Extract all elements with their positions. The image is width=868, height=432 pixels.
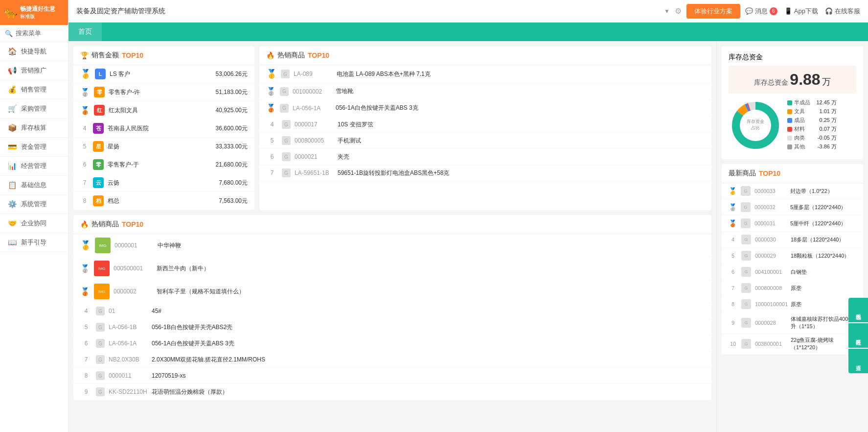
product-code: 0000032 bbox=[754, 204, 786, 210]
nav-tabs: 首页 bbox=[69, 23, 868, 41]
settings-icon[interactable]: ⚙ bbox=[675, 6, 682, 16]
hot-products-header: 🔥 热销商品 TOP10 bbox=[259, 46, 711, 65]
hot-product-row: 4 G 01 45# bbox=[73, 303, 711, 319]
medal-icon: 🥇 bbox=[80, 69, 91, 79]
customer-avatar: 零 bbox=[94, 87, 105, 97]
product-name: 12070519-xs bbox=[152, 372, 705, 379]
product-image: G bbox=[282, 136, 291, 145]
rank-number: 7 bbox=[729, 285, 737, 291]
sidebar: 🐆 畅捷通好生意 标准版 🔍 搜索菜单 🏠 快捷导航 📢 营销推广 💰 销售管理… bbox=[0, 0, 69, 432]
tab-home[interactable]: 首页 bbox=[69, 23, 102, 41]
medal-icon: 🥉 bbox=[80, 287, 90, 296]
sidebar-item-cooperation[interactable]: 🤝 企业协同 bbox=[0, 214, 68, 233]
dropdown-icon[interactable]: ▼ bbox=[664, 8, 670, 15]
basics-icon: 📋 bbox=[8, 181, 17, 190]
customer-amount: 33,333.00元 bbox=[216, 143, 248, 151]
sidebar-item-label: 采购管理 bbox=[21, 104, 46, 113]
product-image: G bbox=[96, 355, 105, 364]
product-name: 056-1B白色按键开关壳ABS2壳 bbox=[152, 323, 705, 332]
content-area: 🏆 销售金额 TOP10 🥇 L LS 客户 53,006.26元 🥈 bbox=[69, 41, 868, 432]
product-code: 0000002 bbox=[114, 288, 153, 295]
product-code: 000500001 bbox=[114, 265, 153, 272]
sidebar-item-purchase[interactable]: 🛒 采购管理 bbox=[0, 99, 68, 119]
app-download-button[interactable]: 📱 App下载 bbox=[784, 7, 818, 16]
product-code: LA-056-1B bbox=[109, 324, 148, 331]
product-name: 雪地靴 bbox=[336, 87, 705, 96]
product-image: G bbox=[741, 218, 751, 228]
sidebar-item-basics[interactable]: 📋 基础信息 bbox=[0, 176, 68, 195]
product-name: 花语萌恒温分娩棉袋（厚款） bbox=[152, 388, 705, 396]
legend-value: 0.07 万 bbox=[812, 125, 837, 133]
hot-products-bottom-header: 🔥 热销商品 TOP10 bbox=[73, 215, 711, 234]
trial-button[interactable]: 体验行业方案 bbox=[686, 4, 740, 19]
ranking-row: 5 星 星扬 33,333.00元 bbox=[73, 138, 254, 156]
customer-amount: 7,680.00元 bbox=[219, 179, 248, 187]
main-container: 装备及固定资产辅助管理系统 ▼ ⚙ 体验行业方案 💬 消息 6 📱 App下载 … bbox=[69, 0, 868, 432]
marketing-icon: 📢 bbox=[8, 66, 17, 75]
inventory-total-label: 库存总资金 bbox=[754, 78, 788, 86]
cooperation-icon: 🤝 bbox=[8, 219, 17, 228]
medal-icon: 🥉 bbox=[80, 106, 90, 115]
product-image: G bbox=[96, 323, 105, 332]
brand-logo: 🐆 畅捷通好生意 标准版 bbox=[0, 0, 68, 25]
sidebar-item-marketing[interactable]: 📢 营销推广 bbox=[0, 61, 68, 80]
hot-product-row: 5 G 000800005 手机测试 bbox=[259, 133, 711, 149]
rank-number: 4 bbox=[729, 237, 737, 242]
sidebar-item-finance[interactable]: 💳 资金管理 bbox=[0, 138, 68, 157]
product-image: G bbox=[741, 283, 751, 293]
message-label: 消息 bbox=[755, 7, 768, 16]
ranking-row: 8 档 档总 7,563.00元 bbox=[73, 192, 254, 210]
live-float-btn[interactable]: 直播 bbox=[848, 349, 868, 373]
svg-text:库存资金: 库存资金 bbox=[747, 119, 764, 124]
legend-row: 肉类 -0.05 万 bbox=[787, 134, 837, 142]
product-code: 0000028 bbox=[755, 320, 787, 326]
hot-icon: 🔥 bbox=[266, 51, 274, 59]
product-image: G bbox=[280, 87, 289, 96]
message-button[interactable]: 💬 消息 6 bbox=[745, 7, 777, 16]
sidebar-search[interactable]: 🔍 搜索菜单 bbox=[0, 25, 68, 42]
hot-product-row: 8 G 0000011 12070519-xs bbox=[73, 368, 711, 384]
customer-ranking-header: 🏆 销售金额 TOP10 bbox=[73, 46, 254, 65]
customer-name: 零售客户-于 bbox=[108, 161, 212, 169]
product-image: G bbox=[741, 267, 751, 277]
top-panels: 🏆 销售金额 TOP10 🥇 L LS 客户 53,006.26元 🥈 bbox=[69, 41, 716, 215]
product-name: 056-1A白色按键开关盖ABS 3克 bbox=[336, 104, 705, 112]
product-image: IMG bbox=[94, 284, 110, 299]
tab-home-label: 首页 bbox=[78, 27, 92, 36]
customer-service-button[interactable]: 🎧 在线客服 bbox=[825, 7, 860, 16]
legend-value: 1.01 万 bbox=[812, 108, 837, 115]
product-image: G bbox=[741, 186, 751, 196]
rank-number: 6 bbox=[80, 161, 89, 168]
inventory-title: 库存总资金 bbox=[729, 53, 763, 62]
legend-dot bbox=[787, 118, 792, 123]
inventory-icon: 📦 bbox=[8, 123, 17, 132]
medal-icon: 🥇 bbox=[266, 69, 277, 79]
hot-title-2: 热销商品 bbox=[91, 220, 119, 229]
rank-number: 5 bbox=[266, 137, 278, 144]
sidebar-item-guide[interactable]: 📖 新手引导 bbox=[0, 233, 68, 252]
brand-version: 标准版 bbox=[20, 13, 55, 20]
inventory-total-unit: 万 bbox=[822, 77, 831, 87]
new-products-badge: TOP10 bbox=[759, 169, 780, 177]
sidebar-item-label: 基础信息 bbox=[21, 181, 46, 190]
legend-label: 成品 bbox=[794, 117, 810, 124]
sidebar-item-sales[interactable]: 💰 销售管理 bbox=[0, 80, 68, 99]
customer-ranking-panel: 🏆 销售金额 TOP10 🥇 L LS 客户 53,006.26元 🥈 bbox=[73, 46, 254, 210]
ranking-row: 🥈 零 零售客户-许 51,183.00元 bbox=[73, 83, 254, 101]
app-icon: 📱 bbox=[784, 7, 792, 15]
sidebar-item-inventory[interactable]: 📦 库存核算 bbox=[0, 119, 68, 138]
legend-value: -3.86 万 bbox=[812, 143, 837, 150]
sidebar-item-operations[interactable]: 📊 经营管理 bbox=[0, 157, 68, 176]
ranking-row: 🥇 L LS 客户 53,006.26元 bbox=[73, 65, 254, 83]
message-badge: 6 bbox=[770, 7, 777, 15]
search-label: 搜索菜单 bbox=[16, 29, 41, 38]
sidebar-item-label: 资金管理 bbox=[21, 143, 46, 151]
purchase-icon: 🛒 bbox=[8, 104, 17, 113]
service-community-float-btn[interactable]: 服务社区 bbox=[848, 323, 868, 348]
medal-icon: 🥈 bbox=[266, 87, 276, 96]
sidebar-item-system[interactable]: ⚙️ 系统管理 bbox=[0, 195, 68, 214]
legend-dot bbox=[787, 109, 792, 114]
sidebar-item-quick[interactable]: 🏠 快捷导航 bbox=[0, 42, 68, 61]
customer-service-float-btn[interactable]: 客服热线 bbox=[848, 298, 868, 322]
hot-product-row: 🥉 IMG 0000002 智利车子里（规格不知道填什么） bbox=[73, 280, 711, 303]
